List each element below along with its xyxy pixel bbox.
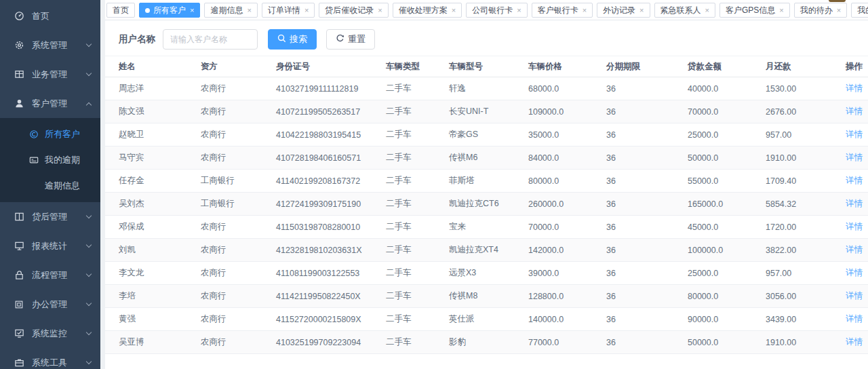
close-icon[interactable]: × [378,7,382,14]
close-icon[interactable]: × [190,7,194,14]
sidebar-item-system-tools[interactable]: 系统工具 [0,348,100,369]
sidebar-item-postloan-mgmt[interactable]: 贷后管理 [0,202,100,231]
tab-label: 我的待办 [800,5,833,16]
search-button[interactable]: 搜索 [268,29,317,50]
cell-periods: 36 [604,123,685,147]
close-icon[interactable]: × [837,7,841,14]
tab-label: 催收处理方案 [399,5,448,16]
detail-link[interactable]: 详情 [846,130,863,139]
close-icon[interactable]: × [247,7,251,14]
sidebar-item-my-overdue[interactable]: 我的逾期 [0,147,100,173]
column-header-funder: 资方 [198,56,273,77]
sidebar-item-process-mgmt[interactable]: 流程管理 [0,260,100,290]
tab-customer-gps[interactable]: 客户GPS信息× [719,3,790,18]
tab-overdue-info[interactable]: 逾期信息× [204,3,257,18]
cell-id_number: 411402199208167372 [273,170,383,193]
tabs-bar: 首页所有客户×逾期信息×订单详情×贷后催收记录×催收处理方案×公司银行卡×客户银… [105,0,868,20]
sidebar-item-report-stats[interactable]: 报表统计 [0,231,100,260]
tab-postloan-collect-records[interactable]: 贷后催收记录× [319,3,388,18]
tab-customer-bankcard[interactable]: 客户银行卡× [532,3,593,18]
cell-vehicle_type: 二手车 [383,77,446,100]
sidebar-item-overdue-info[interactable]: 逾期信息 [0,173,100,199]
sidebar-item-customer-mgmt[interactable]: 客户管理 [0,89,100,118]
detail-link[interactable]: 详情 [846,222,863,231]
detail-link[interactable]: 详情 [846,153,863,162]
tab-my-todo[interactable]: 我的待办× [794,3,847,18]
cell-vehicle_price: 80000.0 [526,170,604,193]
cell-monthly_payment: 957.00 [763,262,843,285]
detail-link[interactable]: 详情 [846,291,863,300]
detail-link[interactable]: 详情 [846,176,863,185]
detail-link[interactable]: 详情 [846,268,863,277]
cell-loan_amount: 70000.0 [685,100,763,123]
close-icon[interactable]: × [452,7,456,14]
cell-vehicle_model: 长安UNI-T [446,100,526,123]
tab-label: 客户GPS信息 [726,5,775,16]
tab-home[interactable]: 首页 [106,3,135,18]
cell-monthly_payment: 1709.40 [763,170,843,193]
avatar[interactable] [829,0,846,2]
reset-button[interactable]: 重置 [326,29,375,50]
tab-visit-records[interactable]: 外访记录× [597,3,650,18]
detail-link[interactable]: 详情 [846,314,863,324]
tab-my-process[interactable]: 我的流程× [851,3,868,18]
detail-link[interactable]: 详情 [846,245,863,254]
app-window: 首页系统管理业务管理客户管理所有客户我的逾期逾期信息贷后管理报表统计流程管理办公… [0,0,868,369]
cell-vehicle_price: 68000.0 [526,77,604,100]
sidebar-item-office-mgmt[interactable]: 办公管理 [0,290,100,319]
sidebar-item-business-mgmt[interactable]: 业务管理 [0,60,100,89]
cell-name: 邓保成 [105,216,198,239]
column-header-vehicle_price: 车辆价格 [526,56,604,77]
close-icon[interactable]: × [583,7,587,14]
cell-vehicle_price: 140000.0 [526,308,604,331]
book-icon [14,212,24,222]
detail-link[interactable]: 详情 [846,199,863,208]
sidebar-item-label: 所有客户 [45,128,80,140]
sidebar-item-label: 业务管理 [32,69,67,81]
tab-all-customers[interactable]: 所有客户× [139,3,200,18]
column-header-vehicle_type: 车辆类型 [383,56,446,77]
sidebar-item-system-monitor[interactable]: 系统监控 [0,319,100,348]
chevron-down-icon [86,71,92,76]
close-icon[interactable]: × [517,7,521,14]
tab-emergency-contacts[interactable]: 紧急联系人× [654,3,715,18]
tab-company-bankcard[interactable]: 公司银行卡× [466,3,527,18]
sidebar-scrollbar[interactable] [100,0,105,369]
sidebar-item-home[interactable]: 首页 [0,1,100,31]
cell-periods: 36 [604,100,685,123]
chart-icon [14,241,24,252]
customer-table: 姓名资方身份证号车辆类型车辆型号车辆价格分期期限贷款金额月还款操作 周志洋农商行… [105,56,868,369]
customer-name-input[interactable] [163,29,258,50]
cell-monthly_payment: 957.00 [763,123,843,147]
search-icon [277,34,286,45]
sidebar-item-label: 办公管理 [32,298,67,311]
active-tab-dot [145,8,150,13]
cell-name: 陈文强 [105,100,198,123]
detail-link[interactable]: 详情 [846,83,863,93]
cell-monthly_payment: 3439.00 [763,308,843,331]
sidebar-item-label: 系统工具 [32,357,67,369]
sidebar-item-system-mgmt[interactable]: 系统管理 [0,31,100,60]
cell-vehicle_type: 二手车 [383,123,446,147]
cell-vehicle_model: 凯迪拉克XT4 [446,239,526,262]
table-row: 陈文强农商行410721199505263517二手车长安UNI-T109000… [105,100,868,123]
detail-link[interactable]: 详情 [846,337,863,347]
cell-action: 详情 [843,123,868,147]
cell-vehicle_model: 传祺M6 [446,147,526,170]
cell-vehicle_price: 70000.0 [526,216,604,239]
table-row: 马守宾农商行410728198406160571二手车传祺M684000.036… [105,147,868,170]
close-icon[interactable]: × [705,7,709,14]
cell-id_number: 410325199709223094 [273,331,383,354]
close-icon[interactable]: × [304,7,309,14]
cell-vehicle_price: 128800.0 [526,285,604,308]
sidebar-item-all-customers[interactable]: 所有客户 [0,121,100,147]
tab-collect-plan[interactable]: 催收处理方案× [393,3,462,18]
cell-loan_amount: 45000.0 [685,216,763,239]
sidebar-item-label: 贷后管理 [32,211,67,223]
cell-monthly_payment [763,354,843,369]
close-icon[interactable]: × [639,7,644,14]
tab-order-detail[interactable]: 订单详情× [262,3,315,18]
detail-link[interactable]: 详情 [846,106,863,116]
close-icon[interactable]: × [779,7,783,14]
column-header-name: 姓名 [105,56,198,77]
